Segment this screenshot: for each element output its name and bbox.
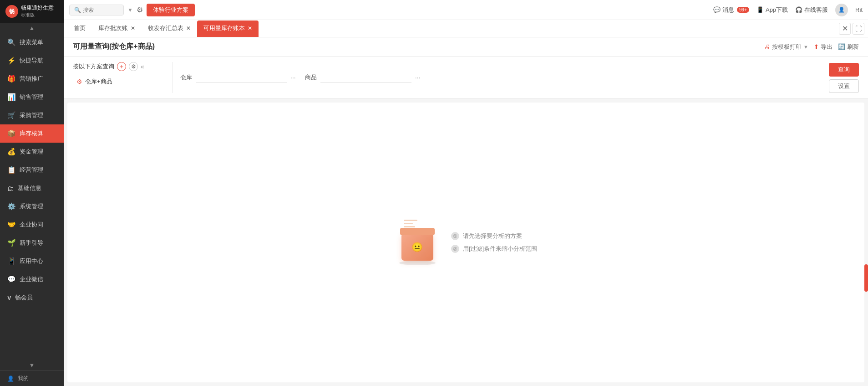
sidebar-scroll-up[interactable]: ▲ — [0, 23, 64, 33]
app-icon: 📱 — [7, 257, 16, 265]
filter-collapse-icon[interactable]: « — [141, 63, 144, 70]
sidebar-item-sales[interactable]: 📊 销售管理 — [0, 88, 64, 106]
refresh-icon: 🔄 — [838, 43, 845, 50]
message-badge: 99+ — [737, 7, 749, 13]
filter-settings-icon[interactable]: ⚙ — [129, 62, 138, 71]
template-print-btn[interactable]: 🖨 按模板打印 ▼ — [764, 43, 808, 51]
export-icon: ⬆ — [814, 43, 819, 50]
sidebar-header: 畅 畅康通好生意 标准版 — [0, 0, 64, 23]
settings-button[interactable]: 设置 — [829, 79, 859, 93]
funds-icon: 💰 — [7, 148, 16, 156]
avatar-icon: 👤 — [838, 7, 845, 13]
sidebar-subtitle: 标准版 — [21, 12, 54, 18]
warehouse-label: 仓库 — [180, 73, 192, 82]
tab-close-receipt[interactable]: ✕ — [186, 25, 191, 31]
sidebar-item-search[interactable]: 🔍 搜索菜单 — [0, 33, 64, 51]
tabs-actions: ✕ ⛶ — [839, 23, 864, 35]
filter-option-icon: ⚙ — [76, 78, 82, 85]
sidebar-item-enterprise[interactable]: 🤝 企业协同 — [0, 216, 64, 234]
empty-lines-decoration — [404, 220, 417, 227]
warehouse-input[interactable] — [196, 72, 287, 83]
product-more-icon[interactable]: ··· — [415, 74, 421, 81]
page-content: 可用量查询(按仓库+商品) 🖨 按模板打印 ▼ ⬆ 导出 🔄 刷新 — [64, 37, 868, 386]
dropdown-chevron-icon[interactable]: ▼ — [127, 7, 133, 13]
sidebar-title: 畅康通好生意 — [21, 5, 54, 12]
tab-home[interactable]: 首页 — [67, 21, 92, 37]
gift-icon: 🎁 — [7, 75, 16, 83]
sidebar-item-basic[interactable]: 🗂 基础信息 — [0, 179, 64, 197]
newbie-icon: 🌱 — [7, 239, 16, 247]
filter-option-warehouse-product[interactable]: ⚙ 仓库+商品 — [73, 75, 165, 88]
sidebar: 畅 畅康通好生意 标准版 ▲ 🔍 搜索菜单 ⚡ 快捷导航 🎁 营销推广 📊 销售… — [0, 0, 64, 386]
sidebar-item-system[interactable]: ⚙️ 系统管理 — [0, 197, 64, 216]
query-button[interactable]: 查询 — [829, 63, 859, 77]
empty-hint-2: ② 用[过滤]条件来缩小分析范围 — [451, 245, 537, 253]
tab-batch-account[interactable]: 库存批次账 ✕ — [92, 21, 142, 37]
search-icon: 🔍 — [74, 7, 81, 13]
export-btn[interactable]: ⬆ 导出 — [814, 43, 832, 51]
phone-icon: 📱 — [756, 6, 764, 13]
cart-icon: 🛒 — [7, 111, 16, 119]
operations-icon: 📋 — [7, 166, 16, 174]
filter-area: 按以下方案查询 + ⚙ « ⚙ 仓库+商品 仓库 ··· 商品 — [64, 57, 868, 99]
gear-icon[interactable]: ⚙ — [137, 5, 143, 14]
topbar: 🔍 ▼ ⚙ 体验行业方案 💬 消息 99+ 📱 App下载 🎧 在线客服 👤 — [64, 0, 868, 20]
sidebar-item-newbie[interactable]: 🌱 新手引导 — [0, 234, 64, 252]
trial-button[interactable]: 体验行业方案 — [147, 4, 195, 16]
message-icon: 💬 — [713, 6, 721, 13]
sidebar-item-inventory[interactable]: 📦 库存核算 — [0, 124, 64, 143]
print-chevron-icon[interactable]: ▼ — [803, 44, 808, 50]
empty-box-icon — [401, 233, 433, 261]
online-service-btn[interactable]: 🎧 在线客服 — [795, 6, 828, 14]
sidebar-item-operations[interactable]: 📋 经营管理 — [0, 161, 64, 179]
main-content: 🔍 ▼ ⚙ 体验行业方案 💬 消息 99+ 📱 App下载 🎧 在线客服 👤 — [64, 0, 868, 386]
sidebar-item-marketing[interactable]: 🎁 营销推广 — [0, 70, 64, 88]
empty-state: ① 请先选择要分析的方案 ② 用[过滤]条件来缩小分析范围 — [67, 103, 864, 382]
tab-close-batch[interactable]: ✕ — [131, 25, 135, 31]
page-actions: 🖨 按模板打印 ▼ ⬆ 导出 🔄 刷新 — [764, 43, 859, 51]
sidebar-bottom[interactable]: 👤 我的 — [0, 371, 64, 386]
topbar-right: 💬 消息 99+ 📱 App下载 🎧 在线客服 👤 Rit — [713, 4, 863, 16]
message-btn[interactable]: 💬 消息 99+ — [713, 6, 749, 14]
tab-close-available[interactable]: ✕ — [248, 25, 252, 31]
print-icon: 🖨 — [764, 43, 770, 50]
filter-action-btns: 查询 设置 — [829, 62, 859, 93]
tab-available-ledger[interactable]: 可用量库存账本 ✕ — [197, 21, 259, 37]
sidebar-item-app-center[interactable]: 📱 应用中心 — [0, 252, 64, 270]
headset-icon: 🎧 — [795, 6, 802, 13]
filter-field-warehouse: 仓库 ··· — [180, 72, 296, 83]
product-input[interactable] — [320, 72, 411, 83]
filter-left: 按以下方案查询 + ⚙ « ⚙ 仓库+商品 — [73, 62, 173, 93]
search-icon: 🔍 — [7, 38, 16, 46]
tabs-bar: 首页 库存批次账 ✕ 收发存汇总表 ✕ 可用量库存账本 ✕ ✕ ⛶ — [64, 20, 868, 37]
page-title: 可用量查询(按仓库+商品) — [73, 42, 155, 51]
member-icon: V — [7, 294, 11, 301]
tabs-expand-button[interactable]: ⛶ — [853, 23, 864, 35]
warehouse-more-icon[interactable]: ··· — [290, 74, 296, 81]
tabs-close-button[interactable]: ✕ — [839, 23, 851, 35]
empty-shadow — [399, 261, 436, 265]
app-download-btn[interactable]: 📱 App下载 — [756, 6, 788, 14]
search-input[interactable] — [83, 7, 119, 13]
filter-title: 按以下方案查询 + ⚙ « — [73, 62, 165, 71]
filter-add-button[interactable]: + — [117, 62, 126, 71]
sidebar-item-funds[interactable]: 💰 资金管理 — [0, 143, 64, 161]
system-icon: ⚙️ — [7, 202, 16, 211]
refresh-btn[interactable]: 🔄 刷新 — [838, 43, 859, 51]
sidebar-scroll-down[interactable]: ▼ — [0, 360, 64, 371]
topbar-search-box[interactable]: 🔍 — [69, 5, 124, 15]
sidebar-item-member[interactable]: V 畅会员 — [0, 288, 64, 307]
tab-receipt-summary[interactable]: 收发存汇总表 ✕ — [142, 21, 197, 37]
wechat-icon: 💬 — [7, 275, 16, 283]
avatar: 👤 — [835, 4, 848, 16]
page-header: 可用量查询(按仓库+商品) 🖨 按模板打印 ▼ ⬆ 导出 🔄 刷新 — [64, 37, 868, 57]
sidebar-item-quick-nav[interactable]: ⚡ 快捷导航 — [0, 51, 64, 70]
enterprise-icon: 🤝 — [7, 221, 16, 229]
sidebar-menu: 🔍 搜索菜单 ⚡ 快捷导航 🎁 营销推广 📊 销售管理 🛒 采购管理 📦 库存核… — [0, 33, 64, 360]
username-label[interactable]: Rit — [855, 6, 863, 13]
sidebar-item-purchase[interactable]: 🛒 采购管理 — [0, 106, 64, 124]
basic-icon: 🗂 — [7, 185, 14, 192]
person-icon: 👤 — [7, 376, 14, 382]
right-scrollbar[interactable] — [864, 264, 868, 292]
sidebar-item-wechat[interactable]: 💬 企业微信 — [0, 270, 64, 288]
